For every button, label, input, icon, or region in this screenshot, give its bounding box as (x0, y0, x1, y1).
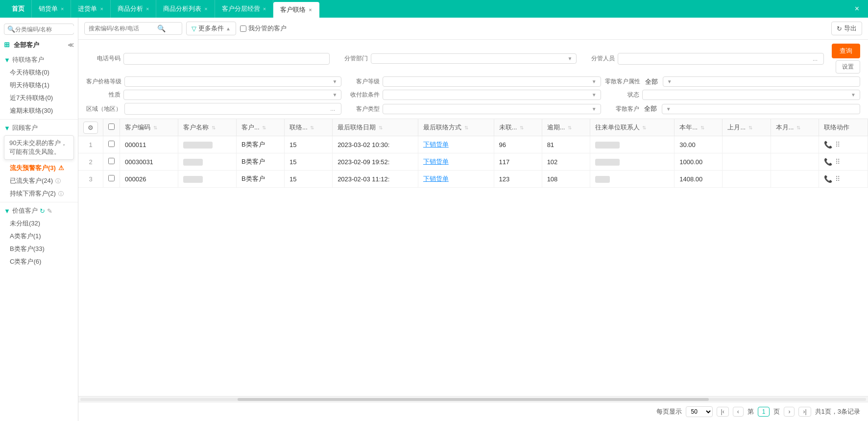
row-last-method-link-2[interactable]: 下销货单 (423, 175, 449, 182)
sidebar-collapse-icon[interactable]: ≪ (68, 42, 74, 49)
action-more-icon-1[interactable]: ⠿ (835, 158, 840, 166)
scroll-thumb[interactable] (238, 398, 709, 401)
sidebar-item-class-a[interactable]: A类客户(1) (0, 230, 78, 243)
nav-tab-customer-segment-close[interactable]: × (263, 6, 266, 12)
nav-tab-customer-contact-close[interactable]: × (309, 7, 312, 13)
nav-tab-customer-contact[interactable]: 客户联络 × (273, 2, 319, 18)
action-more-icon-2[interactable]: ⠿ (835, 175, 840, 183)
customer-table: ⚙ 客户编码 ⇅ 客户名称 ⇅ (78, 119, 868, 188)
next-page-button[interactable]: › (784, 407, 795, 417)
th-code[interactable]: 客户编码 ⇅ (120, 119, 178, 136)
page-size-select[interactable]: 50 100 (686, 406, 713, 417)
status-select[interactable]: ▼ (642, 90, 860, 100)
more-icon-region[interactable]: ... (328, 105, 337, 112)
th-partner[interactable]: 往来单位联系人 ⇅ (590, 119, 675, 136)
prev-page-button[interactable]: ‹ (733, 407, 744, 417)
manager-label: 分管人员 (580, 54, 615, 63)
sidebar-item-class-b[interactable]: B类客户(33) (0, 243, 78, 255)
query-button[interactable]: 查询 (832, 44, 860, 58)
close-all-tabs-button[interactable]: × (851, 2, 863, 15)
zero-attr-select[interactable]: ▼ (663, 76, 860, 87)
nav-tab-sales[interactable]: 销货单 × (32, 0, 71, 18)
sidebar-search-box[interactable]: 🔍 (4, 24, 74, 35)
grade-select[interactable]: ▼ (383, 76, 601, 87)
last-page-button[interactable]: ›| (798, 407, 811, 417)
more-icon-manager[interactable]: ... (811, 55, 820, 62)
export-button[interactable]: ↻ 导出 (831, 22, 862, 35)
row-this-month-2 (771, 171, 819, 188)
th-last-method[interactable]: 最后联络方式 ⇅ (418, 119, 494, 136)
sidebar-item-class-c[interactable]: C类客户(6) (0, 255, 78, 268)
query-btn-group: 查询 设置 (832, 44, 860, 74)
th-grade[interactable]: 客户... ⇅ (236, 119, 284, 136)
sidebar-group-value-title[interactable]: ▼ 价值客户 ↻ ✎ (0, 204, 78, 217)
sidebar-group-pending-title[interactable]: ▼ 待联络客户 (0, 53, 78, 66)
refresh-icon[interactable]: ↻ (40, 207, 45, 215)
nav-tab-customer-segment[interactable]: 客户分层经营 × (215, 0, 273, 18)
phone-input[interactable] (123, 53, 330, 65)
settings-button[interactable]: 设置 (836, 60, 860, 74)
row-last-month-2 (723, 171, 771, 188)
filter-search-icon[interactable]: 🔍 (157, 25, 166, 32)
first-page-button[interactable]: |‹ (717, 407, 729, 417)
more-conditions-button[interactable]: ▽ 更多条件 ▲ (186, 22, 236, 35)
sidebar-all-customers[interactable]: ⊞ 全部客户 ≪ (0, 39, 78, 51)
sidebar-item-churned[interactable]: 已流失客户(24) ⓘ (0, 174, 78, 187)
horizontal-scrollbar[interactable] (78, 396, 868, 402)
type-select[interactable]: ▼ (383, 104, 601, 114)
sidebar-item-declining[interactable]: 持续下滑客户(2) ⓘ (0, 187, 78, 200)
row-checkbox-2[interactable] (108, 175, 115, 181)
th-name[interactable]: 客户名称 ⇅ (178, 119, 236, 136)
manager-select[interactable]: ... (618, 53, 824, 65)
sidebar-item-tomorrow[interactable]: 明天待联络(1) (0, 79, 78, 92)
row-no-contact-0: 96 (494, 136, 542, 153)
row-checkbox-1[interactable] (108, 158, 115, 164)
th-overdue[interactable]: 逾期... ⇅ (542, 119, 590, 136)
th-last-month[interactable]: 上月... ⇅ (723, 119, 771, 136)
select-all-checkbox[interactable] (108, 124, 115, 130)
sidebar-search-input[interactable] (15, 26, 78, 33)
sidebar-group-review-title[interactable]: ▼ 回顾客户 (0, 122, 78, 134)
my-customers-checkbox-label[interactable]: 我分管的客户 (240, 24, 287, 33)
price-level-select[interactable]: ▼ (124, 76, 341, 87)
action-phone-icon-0[interactable]: 📞 (824, 141, 832, 149)
nav-tab-analysis-table[interactable]: 商品分析列表 × (156, 0, 215, 18)
nav-tab-purchase-close[interactable]: × (100, 6, 103, 12)
payment-select[interactable]: ▼ (383, 90, 601, 100)
nav-tab-sales-close[interactable]: × (61, 6, 64, 12)
nav-tab-analysis-close[interactable]: × (146, 6, 149, 12)
sidebar-item-ungrouped[interactable]: 未分组(32) (0, 217, 78, 230)
th-last-date[interactable]: 最后联络日期 ⇅ (333, 119, 418, 136)
zero-customer-select[interactable]: ▼ (662, 104, 860, 114)
row-num-1: 2 (78, 153, 103, 171)
filter-search-input[interactable] (89, 25, 157, 32)
scroll-track[interactable] (80, 398, 866, 401)
action-phone-icon-2[interactable]: 📞 (824, 175, 832, 183)
th-current-year[interactable]: 本年... ⇅ (675, 119, 723, 136)
my-customers-checkbox[interactable] (240, 25, 246, 32)
department-select[interactable]: ▼ (371, 53, 577, 64)
nav-tab-analysis-table-close[interactable]: × (204, 6, 207, 12)
action-more-icon-0[interactable]: ⠿ (835, 141, 840, 149)
nav-tab-home[interactable]: 首页 (5, 0, 32, 18)
gender-select[interactable]: ▼ (123, 90, 341, 100)
th-this-month[interactable]: 本月... ⇅ (771, 119, 819, 136)
th-no-contact[interactable]: 未联... ⇅ (494, 119, 542, 136)
action-phone-icon-1[interactable]: 📞 (824, 158, 832, 166)
sidebar-item-overdue-contact[interactable]: 逾期未联络(30) (0, 104, 78, 117)
filter-search-box[interactable]: 🔍 (84, 22, 182, 35)
sidebar-group-value: ▼ 价值客户 ↻ ✎ 未分组(32) A类客户(1) B类客户(33) C类客户… (0, 204, 78, 268)
sidebar-item-churn-warning[interactable]: 流失预警客户(3) ⚠ (0, 162, 78, 174)
row-checkbox-0[interactable] (108, 141, 115, 147)
row-last-method-link-0[interactable]: 下销货单 (423, 141, 449, 148)
region-select[interactable]: ... (124, 103, 341, 115)
nav-tab-analysis[interactable]: 商品分析 × (111, 0, 156, 18)
sidebar-item-today[interactable]: 今天待联络(0) (0, 66, 78, 79)
row-last-method-link-1[interactable]: 下销货单 (423, 158, 449, 165)
settings-icon-button[interactable]: ⚙ (83, 122, 98, 134)
sidebar-item-7days[interactable]: 近7天待联络(0) (0, 92, 78, 104)
th-contact-count[interactable]: 联络... ⇅ (285, 119, 333, 136)
filter-field-department: 分管部门 ▼ (334, 53, 577, 64)
edit-icon[interactable]: ✎ (47, 207, 52, 215)
nav-tab-purchase[interactable]: 进货单 × (71, 0, 110, 18)
